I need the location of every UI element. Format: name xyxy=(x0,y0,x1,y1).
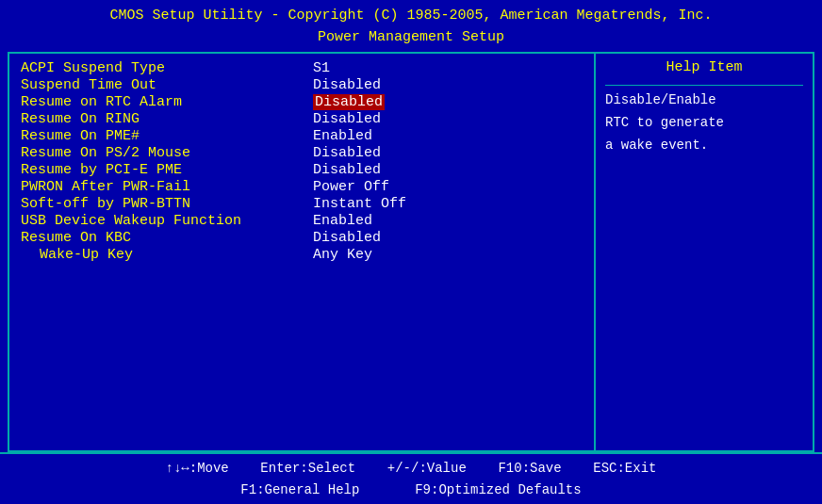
setting-name: USB Device Wakeup Function xyxy=(21,213,313,229)
help-text: Disable/Enable RTC to generate a wake ev… xyxy=(605,89,803,156)
footer-value: +/-/:Value xyxy=(387,461,467,476)
table-row: Suspend Time OutDisabled xyxy=(21,77,583,93)
setting-value[interactable]: Power Off xyxy=(313,179,389,195)
setting-value[interactable]: Disabled xyxy=(313,230,381,246)
title-line2: Power Management Setup xyxy=(0,27,822,49)
table-row: Resume On PS/2 MouseDisabled xyxy=(21,145,583,161)
setting-value[interactable]: Disabled xyxy=(313,145,381,161)
table-row: Resume On KBCDisabled xyxy=(21,230,583,246)
help-divider xyxy=(605,85,803,86)
setting-value[interactable]: Enabled xyxy=(313,213,372,229)
table-row: Wake-Up KeyAny Key xyxy=(21,247,583,263)
right-panel: Help Item Disable/Enable RTC to generate… xyxy=(596,54,813,450)
setting-value[interactable]: Enabled xyxy=(313,128,372,144)
table-row: Soft-off by PWR-BTTNInstant Off xyxy=(21,196,583,212)
help-line2: RTC to generate xyxy=(605,112,803,135)
help-line3: a wake event. xyxy=(605,135,803,157)
help-line1: Disable/Enable xyxy=(605,89,803,112)
footer: ↑↓↔:Move Enter:Select +/-/:Value F10:Sav… xyxy=(0,452,822,504)
setting-name: ACPI Suspend Type xyxy=(21,60,313,76)
setting-value[interactable]: Any Key xyxy=(313,247,372,263)
setting-value[interactable]: Disabled xyxy=(313,77,381,93)
footer-line2: F1:General Help F9:Optimized Defaults xyxy=(0,480,822,500)
table-row: Resume by PCI-E PMEDisabled xyxy=(21,162,583,178)
footer-move: ↑↓↔:Move xyxy=(166,461,229,476)
table-row: ACPI Suspend TypeS1 xyxy=(21,60,583,76)
setting-value[interactable]: Disabled xyxy=(313,162,381,178)
footer-esc: ESC:Exit xyxy=(593,461,656,476)
setting-name: Resume On PME# xyxy=(21,128,313,144)
footer-f10: F10:Save xyxy=(498,461,561,476)
setting-value[interactable]: Disabled xyxy=(313,94,385,110)
footer-enter: Enter:Select xyxy=(260,461,355,476)
setting-value[interactable]: S1 xyxy=(313,60,330,76)
setting-name: PWRON After PWR-Fail xyxy=(21,179,313,195)
setting-name: Resume on RTC Alarm xyxy=(21,94,313,110)
setting-value[interactable]: Instant Off xyxy=(313,196,406,212)
setting-name: Suspend Time Out xyxy=(21,77,313,93)
main-content: ACPI Suspend TypeS1Suspend Time OutDisab… xyxy=(8,52,814,452)
title-bar: CMOS Setup Utility - Copyright (C) 1985-… xyxy=(0,0,822,52)
footer-line1: ↑↓↔:Move Enter:Select +/-/:Value F10:Sav… xyxy=(0,458,822,479)
setting-name: Resume On PS/2 Mouse xyxy=(21,145,313,161)
setting-name: Resume On RING xyxy=(21,111,313,127)
setting-name: Soft-off by PWR-BTTN xyxy=(21,196,313,212)
help-title: Help Item xyxy=(605,59,803,75)
table-row: Resume On RINGDisabled xyxy=(21,111,583,127)
footer-f1: F1:General Help xyxy=(240,482,359,497)
setting-value[interactable]: Disabled xyxy=(313,111,381,127)
setting-name: Wake-Up Key xyxy=(21,247,313,263)
title-line1: CMOS Setup Utility - Copyright (C) 1985-… xyxy=(0,6,822,27)
screen: CMOS Setup Utility - Copyright (C) 1985-… xyxy=(0,0,822,504)
table-row: USB Device Wakeup FunctionEnabled xyxy=(21,213,583,229)
left-panel: ACPI Suspend TypeS1Suspend Time OutDisab… xyxy=(9,54,596,450)
table-row: Resume on RTC AlarmDisabled xyxy=(21,94,583,110)
table-row: PWRON After PWR-FailPower Off xyxy=(21,179,583,195)
setting-name: Resume by PCI-E PME xyxy=(21,162,313,178)
footer-f9: F9:Optimized Defaults xyxy=(415,482,581,497)
setting-name: Resume On KBC xyxy=(21,230,313,246)
table-row: Resume On PME#Enabled xyxy=(21,128,583,144)
